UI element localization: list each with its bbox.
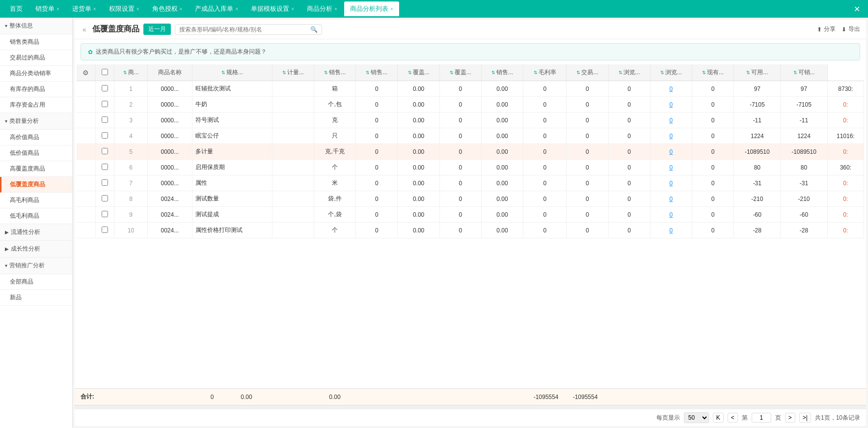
- sidebar-item-category-rate[interactable]: 商品分类动销率: [0, 66, 72, 82]
- sidebar-section-marketing[interactable]: ▾ 营销推广分析: [0, 257, 72, 274]
- sidebar-item-low-margin[interactable]: 低毛利商品: [0, 208, 72, 224]
- nav-analysis-close[interactable]: ×: [334, 6, 337, 12]
- nav-analysis[interactable]: 商品分析 ×: [301, 1, 343, 16]
- sidebar-section-growth[interactable]: ▶ 成长性分析: [0, 241, 72, 257]
- sidebar-section-cluster[interactable]: ▾ 类群量分析: [0, 113, 72, 130]
- row-select-checkbox[interactable]: [102, 101, 108, 107]
- row-checkbox[interactable]: [95, 97, 114, 113]
- th-code[interactable]: ⇅商...: [114, 64, 147, 81]
- row-view1[interactable]: 0: [650, 81, 692, 97]
- sidebar-item-high-margin[interactable]: 高毛利商品: [0, 193, 72, 208]
- row-view1[interactable]: 0: [650, 207, 692, 223]
- sidebar-item-stocked-goods[interactable]: 有库存的商品: [0, 82, 72, 97]
- share-button[interactable]: ⬆ 分享: [817, 25, 836, 33]
- row-checkbox[interactable]: [95, 81, 114, 97]
- nav-purchase-close[interactable]: ×: [93, 6, 96, 12]
- th-gross[interactable]: ⇅毛利率: [523, 64, 567, 81]
- row-checkbox[interactable]: [95, 113, 114, 128]
- nav-permissions-close[interactable]: ×: [136, 6, 139, 12]
- th-unit[interactable]: ⇅计量...: [272, 64, 314, 81]
- sidebar-item-new-goods[interactable]: 新品: [0, 290, 72, 306]
- page-number-input[interactable]: [752, 413, 771, 423]
- row-select-checkbox[interactable]: [102, 148, 108, 154]
- row-view1[interactable]: 0: [650, 144, 692, 160]
- th-cov2[interactable]: ⇅覆盖...: [439, 64, 481, 81]
- th-view1[interactable]: ⇅浏览...: [608, 64, 650, 81]
- row-select-checkbox[interactable]: [102, 179, 108, 186]
- column-settings-icon[interactable]: ⚙: [82, 69, 89, 77]
- row-select-checkbox[interactable]: [102, 116, 108, 123]
- row-view1[interactable]: 0: [650, 128, 692, 144]
- row-view1[interactable]: 0: [650, 223, 692, 238]
- scrollbar-track[interactable]: [75, 405, 866, 409]
- sidebar-item-low-coverage[interactable]: 低覆盖度商品: [0, 177, 72, 193]
- th-sales1[interactable]: ⇅销售...: [314, 64, 356, 81]
- row-checkbox[interactable]: [95, 207, 114, 223]
- th-sales2[interactable]: ⇅销售...: [356, 64, 398, 81]
- nav-home[interactable]: 首页: [4, 1, 28, 16]
- first-page-button[interactable]: K: [713, 413, 724, 423]
- nav-analysis-list-close[interactable]: ×: [390, 6, 393, 12]
- th-cov1[interactable]: ⇅覆盖...: [398, 64, 439, 81]
- nav-analysis-list[interactable]: 商品分析列表 ×: [344, 1, 399, 16]
- th-view2[interactable]: ⇅浏览...: [650, 64, 692, 81]
- row-view1[interactable]: 0: [650, 113, 692, 128]
- row-view2: 0: [692, 128, 733, 144]
- sidebar-item-traded-goods[interactable]: 交易过的商品: [0, 50, 72, 66]
- sidebar-item-high-coverage[interactable]: 高覆盖度商品: [0, 161, 72, 177]
- row-view1[interactable]: 0: [650, 97, 692, 113]
- row-checkbox[interactable]: [95, 144, 114, 160]
- sidebar-item-stock-capital[interactable]: 库存资金占用: [0, 97, 72, 113]
- last-page-button[interactable]: >|: [799, 413, 811, 423]
- nav-purchase[interactable]: 进货单 ×: [66, 1, 102, 16]
- row-checkbox[interactable]: [95, 160, 114, 175]
- th-spec[interactable]: ⇅规格...: [192, 64, 272, 81]
- export-button[interactable]: ⬇ 导出: [841, 25, 860, 33]
- sidebar-section-overview[interactable]: ▾ 整体信息: [0, 18, 72, 34]
- row-select-checkbox[interactable]: [102, 85, 108, 91]
- sidebar-section-liquidity[interactable]: ▶ 流通性分析: [0, 224, 72, 241]
- period-button[interactable]: 近一月: [143, 24, 171, 35]
- row-select-checkbox[interactable]: [102, 227, 108, 233]
- nav-production-close[interactable]: ×: [235, 6, 238, 12]
- nav-production[interactable]: 产成品入库单 ×: [189, 1, 244, 16]
- nav-template[interactable]: 单据模板设置 ×: [245, 1, 300, 16]
- th-sales3[interactable]: ⇅销售...: [481, 64, 523, 81]
- next-page-button[interactable]: >: [785, 413, 795, 423]
- th-trans[interactable]: ⇅交易...: [567, 64, 608, 81]
- nav-sales-close[interactable]: ×: [56, 6, 59, 12]
- table-wrapper[interactable]: ⚙ ⇅商... 商品名称 ⇅规格... ⇅计量... ⇅销售... ⇅销售...…: [75, 64, 866, 388]
- row-view1[interactable]: 0: [650, 191, 692, 207]
- row-select-checkbox[interactable]: [102, 195, 108, 201]
- sidebar-item-low-value[interactable]: 低价值商品: [0, 145, 72, 161]
- collapse-sidebar-button[interactable]: «: [81, 25, 88, 34]
- row-checkbox[interactable]: [95, 223, 114, 238]
- row-checkbox[interactable]: [95, 175, 114, 191]
- prev-page-button[interactable]: <: [728, 413, 738, 423]
- nav-roles[interactable]: 角色授权 ×: [146, 1, 189, 16]
- nav-permissions[interactable]: 权限设置 ×: [103, 1, 145, 16]
- th-stock1[interactable]: ⇅现有...: [692, 64, 733, 81]
- search-input[interactable]: [179, 26, 308, 33]
- row-view1[interactable]: 0: [650, 175, 692, 191]
- th-stock3[interactable]: ⇅可销...: [781, 64, 827, 81]
- row-view1[interactable]: 0: [650, 160, 692, 175]
- select-all-checkbox[interactable]: [102, 69, 108, 75]
- row-unit: 箱: [314, 81, 356, 97]
- nav-roles-close[interactable]: ×: [180, 6, 183, 12]
- th-stock2[interactable]: ⇅可用...: [734, 64, 781, 81]
- page-size-select[interactable]: 20 50 100: [684, 412, 709, 423]
- window-close-button[interactable]: ✕: [850, 2, 864, 16]
- row-checkbox[interactable]: [95, 128, 114, 144]
- row-checkbox[interactable]: [95, 191, 114, 207]
- row-select-checkbox[interactable]: [102, 211, 108, 217]
- row-select-checkbox[interactable]: [102, 164, 108, 170]
- nav-sales[interactable]: 销货单 ×: [29, 1, 65, 16]
- row-select-checkbox[interactable]: [102, 132, 108, 139]
- th-settings[interactable]: ⚙: [77, 64, 95, 81]
- nav-template-close[interactable]: ×: [291, 6, 294, 12]
- sidebar-item-sales-goods[interactable]: 销售类商品: [0, 34, 72, 50]
- sidebar-item-all-goods[interactable]: 全部商品: [0, 274, 72, 290]
- sidebar-item-high-value[interactable]: 高价值商品: [0, 130, 72, 145]
- search-icon[interactable]: 🔍: [310, 26, 318, 33]
